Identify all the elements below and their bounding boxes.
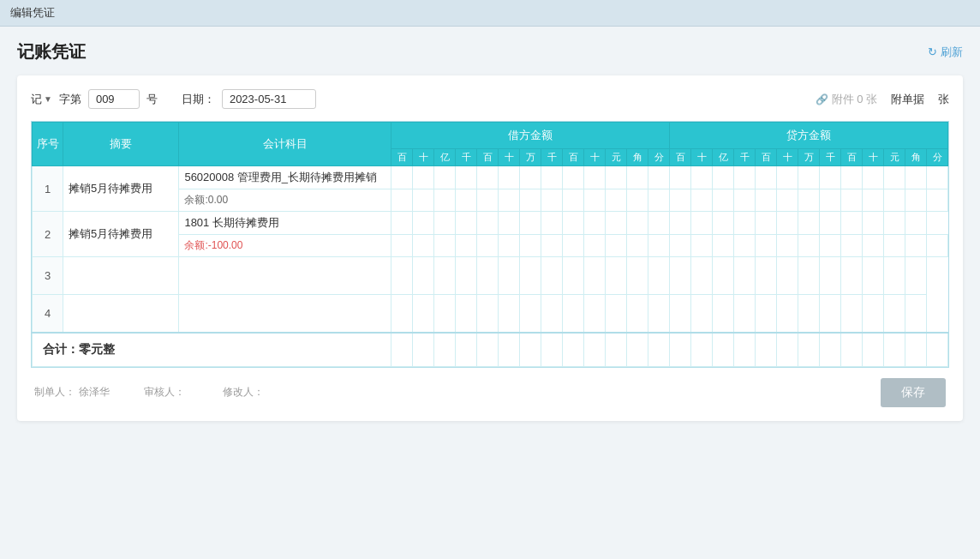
th-debit-bai1: 百 — [391, 149, 413, 166]
th-credit-shi1: 十 — [691, 149, 713, 166]
th-debit-shi1: 十 — [413, 149, 434, 166]
row-summary-3[interactable] — [63, 257, 179, 295]
th-seq: 序号 — [33, 123, 63, 166]
th-summary: 摘要 — [63, 123, 179, 166]
row-account-1[interactable]: 56020008 管理费用_长期待摊费用摊销 — [179, 166, 391, 189]
table-row-2: 2 摊销5月待摊费用 1801 长期待摊费用 — [33, 212, 948, 235]
th-credit-bai1: 百 — [670, 149, 691, 166]
voucher-card: 记 ▼ 字第 号 日期： 🔗 附件 0 张 附单据 张 — [17, 75, 963, 421]
row-balance-2: 余额:-100.00 — [179, 235, 391, 257]
date-label: 日期： — [182, 92, 215, 107]
page-title: 记账凭证 — [17, 40, 86, 63]
row-index-2: 2 — [33, 212, 63, 257]
row-index-3: 3 — [33, 257, 63, 295]
modifier-info: 修改人： — [223, 385, 267, 400]
th-credit-yuan: 元 — [884, 149, 905, 166]
th-debit-yi: 亿 — [434, 149, 456, 166]
voucher-header: 记 ▼ 字第 号 日期： 🔗 附件 0 张 附单据 张 — [31, 89, 949, 109]
window-title: 编辑凭证 — [10, 6, 55, 19]
voucher-header-right: 🔗 附件 0 张 附单据 张 — [816, 92, 949, 107]
zhang-text: 张 — [938, 92, 949, 107]
attachment-link[interactable]: 🔗 附件 0 张 — [816, 92, 877, 107]
th-debit-bai2: 百 — [477, 149, 499, 166]
zi-input[interactable] — [88, 89, 140, 109]
ji-text: 记 — [31, 92, 42, 107]
row-index-1: 1 — [33, 166, 63, 212]
row-account-4[interactable] — [179, 295, 391, 333]
table-body: 1 摊销5月待摊费用 56020008 管理费用_长期待摊费用摊销 — [33, 166, 948, 367]
summary-row: 合计：零元整 — [33, 333, 948, 367]
table-row-3: 3 — [33, 257, 948, 295]
summary-label: 合计：零元整 — [33, 333, 391, 367]
th-credit-shi3: 十 — [863, 149, 884, 166]
hao-label: 号 — [146, 92, 158, 107]
th-credit: 贷方金额 — [670, 123, 948, 149]
row-index-4: 4 — [33, 295, 63, 333]
row-summary-1[interactable]: 摊销5月待摊费用 — [63, 166, 179, 212]
th-debit-bai3: 百 — [563, 149, 584, 166]
row-summary-2[interactable]: 摊销5月待摊费用 — [63, 212, 179, 257]
row-account-2[interactable]: 1801 长期待摊费用 — [179, 212, 391, 235]
th-debit-yuan: 元 — [606, 149, 627, 166]
th-debit-shi3: 十 — [584, 149, 606, 166]
table-row-4: 4 — [33, 295, 948, 333]
th-debit-shi2: 十 — [499, 149, 520, 166]
title-bar: 编辑凭证 — [0, 0, 980, 27]
maker-info: 制单人： 徐泽华 — [34, 385, 110, 400]
th-debit-qian2: 千 — [541, 149, 563, 166]
voucher-header-left: 记 ▼ 字第 号 日期： — [31, 89, 807, 109]
th-credit-fen: 分 — [927, 149, 948, 166]
maker-label: 制单人： — [34, 385, 75, 400]
zi-label: 字第 — [59, 92, 81, 107]
refresh-icon: ↻ — [928, 45, 937, 58]
footer-row: 制单人： 徐泽华 审核人： 修改人： 保存 — [31, 368, 949, 407]
th-credit-bai2: 百 — [756, 149, 777, 166]
fudanju-button[interactable]: 附单据 — [891, 92, 924, 107]
th-credit-qian1: 千 — [734, 149, 756, 166]
th-credit-shi2: 十 — [777, 149, 798, 166]
row-account-3[interactable] — [179, 257, 391, 295]
paperclip-icon: 🔗 — [816, 93, 828, 105]
th-credit-yi: 亿 — [713, 149, 734, 166]
maker-value: 徐泽华 — [79, 385, 110, 400]
th-debit-jiao: 角 — [627, 149, 648, 166]
footer-left: 制单人： 徐泽华 审核人： 修改人： — [34, 385, 267, 400]
th-debit-fen: 分 — [648, 149, 670, 166]
page-header: 记账凭证 ↻ 刷新 — [17, 40, 963, 63]
table-row: 1 摊销5月待摊费用 56020008 管理费用_长期待摊费用摊销 — [33, 166, 948, 189]
reviewer-label: 审核人： — [144, 385, 185, 400]
refresh-button[interactable]: ↻ 刷新 — [928, 45, 963, 60]
content-area: 记账凭证 ↻ 刷新 记 ▼ 字第 号 日期： — [0, 27, 980, 559]
ji-dropdown-arrow: ▼ — [44, 94, 52, 104]
th-credit-jiao: 角 — [905, 149, 927, 166]
row-summary-4[interactable] — [63, 295, 179, 333]
modifier-label: 修改人： — [223, 385, 264, 400]
row-balance-1: 余额:0.00 — [179, 189, 391, 212]
date-input[interactable] — [222, 89, 316, 109]
th-credit-bai3: 百 — [841, 149, 863, 166]
save-button[interactable]: 保存 — [881, 378, 946, 407]
th-credit-wan: 万 — [798, 149, 820, 166]
voucher-table: 序号 摘要 会计科目 借方金额 — [32, 122, 948, 367]
ji-select[interactable]: 记 ▼ — [31, 92, 52, 107]
voucher-table-wrapper: 序号 摘要 会计科目 借方金额 — [31, 121, 949, 368]
th-debit-qian1: 千 — [456, 149, 477, 166]
main-window: 编辑凭证 记账凭证 ↻ 刷新 记 ▼ 字第 — [0, 0, 980, 559]
th-account: 会计科目 — [179, 123, 391, 166]
th-debit-wan: 万 — [520, 149, 541, 166]
th-credit-qian2: 千 — [820, 149, 841, 166]
th-debit: 借方金额 — [391, 123, 670, 149]
reviewer-info: 审核人： — [144, 385, 188, 400]
